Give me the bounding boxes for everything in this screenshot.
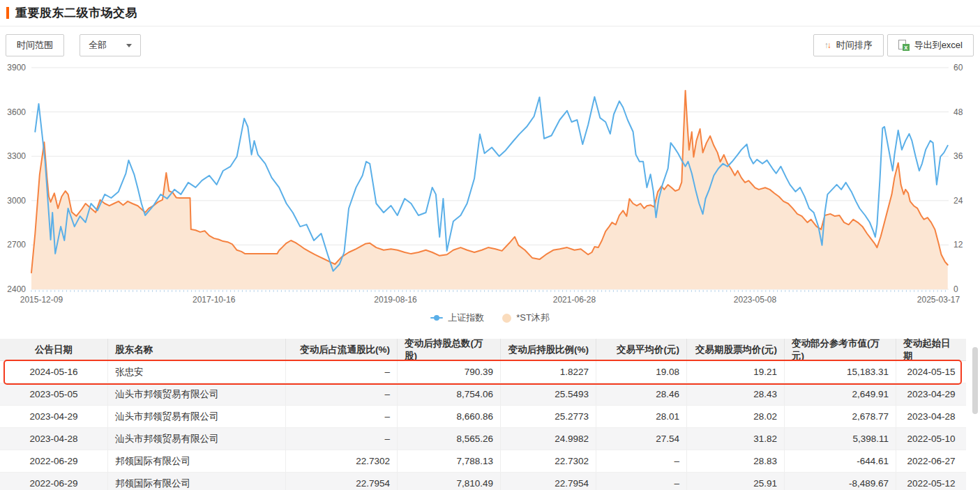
table-cell: – [286, 383, 398, 406]
export-excel-label: 导出到excel [914, 39, 963, 52]
table-cell: 27.54 [596, 428, 687, 450]
table-header-cell: 变动后持股比例(%) [501, 339, 596, 361]
table-cell: – [286, 361, 398, 383]
table-cell: 790.39 [398, 361, 501, 383]
excel-icon [898, 40, 910, 51]
table-row[interactable]: 2023-04-29汕头市邦领贸易有限公司–8,660.8625.277328.… [0, 406, 966, 428]
table-cell: -644.61 [785, 450, 896, 473]
table-cell: 28.02 [687, 406, 785, 428]
legend-item-stock[interactable]: *ST沐邦 [502, 312, 550, 324]
table-cell: 22.7302 [286, 450, 398, 473]
time-sort-label: 时间排序 [836, 39, 873, 52]
sort-arrows-icon [824, 41, 831, 49]
table-cell: 2022-06-29 [0, 450, 108, 473]
toolbar: 时间范围 全部 时间排序 导出到excel [6, 34, 974, 56]
table-header-cell: 变动部分参考市值(万元) [785, 339, 896, 361]
table-cell: 8,754.06 [398, 383, 501, 406]
table-row[interactable]: 2022-06-29邦领国际有限公司22.79547,810.4922.7954… [0, 473, 966, 490]
legend-item-index[interactable]: 上证指数 [430, 312, 484, 324]
y-axis-label-right: 60 [953, 63, 963, 72]
time-range-button[interactable]: 时间范围 [6, 34, 64, 56]
table-row[interactable]: 2023-04-28汕头市邦领贸易有限公司–8,565.2624.998227.… [0, 428, 966, 450]
table-cell: 汕头市邦领贸易有限公司 [108, 383, 286, 406]
table-cell: 2024-05-15 [896, 361, 966, 383]
table-cell: 张忠安 [108, 361, 286, 383]
table-cell: 28.01 [596, 406, 687, 428]
table-header-cell: 交易平均价(元) [596, 339, 687, 361]
page-header: 重要股东二级市场交易 [0, 0, 980, 21]
table-cell: 28.46 [596, 383, 687, 406]
y-axis-label-right: 0 [953, 284, 958, 294]
legend-label-stock: *ST沐邦 [516, 312, 550, 324]
table-cell: 2,649.91 [785, 383, 896, 406]
filter-dropdown[interactable]: 全部 [80, 34, 141, 56]
table-body: 2024-05-16张忠安–790.391.822719.0819.2115,1… [0, 361, 980, 490]
table-cell: 28.83 [687, 450, 785, 473]
time-sort-button[interactable]: 时间排序 [813, 34, 884, 56]
table-cell: 邦领国际有限公司 [108, 473, 286, 490]
table-cell: 2022-06-29 [0, 473, 108, 490]
table-cell: 汕头市邦领贸易有限公司 [108, 428, 286, 450]
legend-label-index: 上证指数 [448, 312, 484, 324]
table-cell: 2022-05-10 [896, 428, 966, 450]
table-cell: 2023-04-29 [0, 406, 108, 428]
table-cell: 1.8227 [501, 361, 596, 383]
table-cell: 22.7302 [501, 450, 596, 473]
excel-icon-x [903, 44, 910, 51]
table-cell: – [596, 473, 687, 490]
table-cell: -8,489.67 [785, 473, 896, 490]
table-cell: 2022-05-12 [896, 473, 966, 490]
table-cell: 25.5493 [501, 383, 596, 406]
y-axis-label-left: 3000 [0, 196, 26, 206]
table-cell: – [286, 428, 398, 450]
table-cell: 2023-05-05 [0, 383, 108, 406]
vertical-scrollbar-thumb[interactable] [972, 347, 978, 414]
table-cell: – [286, 406, 398, 428]
x-axis-label: 2021-06-28 [553, 295, 596, 305]
y-axis-label-right: 12 [953, 240, 963, 250]
table-cell: 28.43 [687, 383, 785, 406]
caret-down-icon [126, 44, 132, 47]
table-cell: 19.21 [687, 361, 785, 383]
table-cell: 8,660.86 [398, 406, 501, 428]
x-axis-label: 2017-10-16 [193, 295, 235, 305]
table-row[interactable]: 2024-05-16张忠安–790.391.822719.0819.2115,1… [0, 361, 966, 383]
table-cell: 25.2773 [501, 406, 596, 428]
y-axis-label-right: 48 [953, 107, 963, 117]
table-cell: 5,398.11 [785, 428, 896, 450]
x-axis-label: 2019-08-16 [374, 295, 416, 305]
table-cell: 2023-04-29 [896, 383, 966, 406]
table-header-cell: 交易期股票均价(元) [687, 339, 785, 361]
table-cell: 19.08 [596, 361, 687, 383]
filter-value: 全部 [89, 39, 107, 52]
x-axis-label: 2025-03-17 [917, 295, 960, 305]
table-cell: 2024-05-16 [0, 361, 108, 383]
y-axis-label-left: 3300 [0, 151, 26, 161]
table-header-cell: 变动后持股总数(万股) [398, 339, 501, 361]
y-axis-label-left: 3600 [0, 107, 26, 117]
table-cell: 汕头市邦领贸易有限公司 [108, 406, 286, 428]
y-axis-label-left: 2400 [0, 284, 26, 294]
table-cell: 2023-04-28 [896, 406, 966, 428]
export-excel-button[interactable]: 导出到excel [887, 34, 974, 56]
x-axis-label: 2015-12-09 [20, 295, 63, 305]
time-range-label: 时间范围 [17, 39, 53, 52]
x-axis-label: 2023-05-08 [734, 295, 776, 305]
table-header-cell: 变动起始日期 [896, 339, 966, 361]
table-row[interactable]: 2023-05-05汕头市邦领贸易有限公司–8,754.0625.549328.… [0, 383, 966, 406]
table-cell: – [596, 450, 687, 473]
table-cell: 2023-04-28 [0, 428, 108, 450]
table-cell: 2,678.77 [785, 406, 896, 428]
table-row[interactable]: 2022-06-29邦领国际有限公司22.73027,788.1322.7302… [0, 450, 966, 473]
table-cell: 24.9982 [501, 428, 596, 450]
table-cell: 8,565.26 [398, 428, 501, 450]
chart-canvas[interactable] [0, 62, 980, 293]
table-cell: 22.7954 [286, 473, 398, 490]
title-accent-bar [6, 7, 9, 19]
page-title: 重要股东二级市场交易 [15, 5, 137, 21]
chart-legend: 上证指数 *ST沐邦 [0, 312, 980, 324]
table-header-row: 公告日期股东名称变动后占流通股比(%)变动后持股总数(万股)变动后持股比例(%)… [0, 339, 966, 361]
chart-area: 390036003300300027002400 60483624120 201… [0, 62, 980, 327]
table-cell: 22.7954 [501, 473, 596, 490]
table-header-cell: 公告日期 [0, 339, 108, 361]
